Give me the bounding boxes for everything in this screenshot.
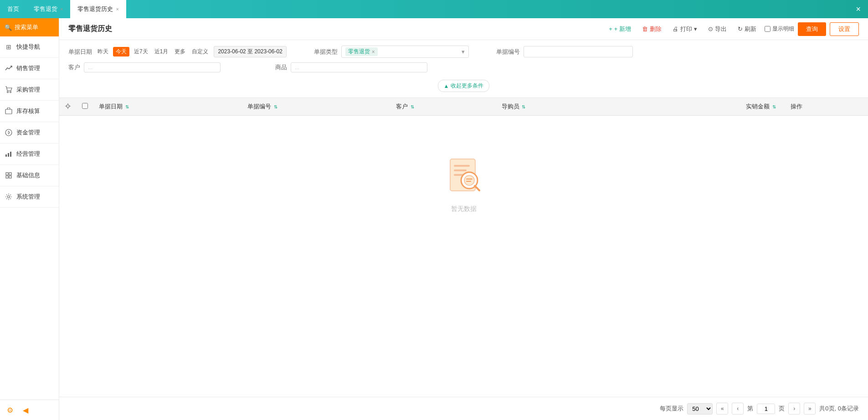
doc-type-select[interactable]: 零售退货 × ▾ xyxy=(341,46,469,58)
select-all-checkbox[interactable] xyxy=(82,103,88,109)
th-doc-number[interactable]: 单据编号 ⇅ xyxy=(242,98,390,116)
purchase-icon xyxy=(5,86,13,94)
system-icon xyxy=(5,193,13,201)
empty-state: 暂无数据 xyxy=(59,116,868,250)
th-action-label: 操作 xyxy=(791,103,802,110)
show-detail-label[interactable]: 显示明细 xyxy=(765,25,794,33)
sidebar-item-purchase[interactable]: 采购管理 xyxy=(0,79,59,101)
data-table: 单据日期 ⇅ 单据编号 ⇅ 客户 ⇅ xyxy=(59,98,868,116)
tab-retail-return-close[interactable]: × xyxy=(60,6,63,12)
svg-point-0 xyxy=(7,92,9,93)
doc-type-dropdown-arrow: ▾ xyxy=(462,48,465,55)
total-label: 共0页, 0条记录 xyxy=(819,405,859,413)
page-title: 零售退货历史 xyxy=(68,24,112,34)
doc-number-input[interactable] xyxy=(524,46,633,57)
doc-type-tag-close[interactable]: × xyxy=(372,49,375,55)
svg-point-11 xyxy=(8,196,10,198)
sales-icon xyxy=(5,64,13,72)
sidebar-item-operations[interactable]: 经营管理 xyxy=(0,143,59,165)
svg-rect-4 xyxy=(5,154,7,157)
tab-home[interactable]: 首页 xyxy=(0,0,26,18)
next-page-button[interactable]: › xyxy=(788,403,800,415)
date-opt-today[interactable]: 今天 xyxy=(113,47,129,56)
th-customer-sort: ⇅ xyxy=(411,104,414,109)
empty-icon xyxy=(441,152,487,198)
table-header-row: 单据日期 ⇅ 单据编号 ⇅ 客户 ⇅ xyxy=(59,98,868,116)
tab-retail-return[interactable]: 零售退货 × xyxy=(26,0,70,18)
table-settings-icon xyxy=(65,104,71,111)
date-opt-custom[interactable]: 自定义 xyxy=(190,47,210,56)
sidebar-item-quick-nav[interactable]: ⊞ 快捷导航 xyxy=(0,36,59,58)
th-date[interactable]: 单据日期 ⇅ xyxy=(93,98,242,116)
show-detail-text: 显示明细 xyxy=(772,25,794,33)
page-number-input[interactable] xyxy=(757,404,775,414)
svg-rect-5 xyxy=(8,153,9,157)
svg-rect-2 xyxy=(5,109,12,114)
delete-label: 删除 xyxy=(650,25,662,33)
settings-bottom-icon[interactable]: ⚙ xyxy=(5,405,15,415)
th-guide-label: 导购员 xyxy=(502,103,519,110)
collapse-filter-button[interactable]: ▲ 收起更多条件 xyxy=(438,80,490,92)
date-opt-7days[interactable]: 近7天 xyxy=(132,47,150,56)
th-amount[interactable]: 实销金额 ⇅ xyxy=(623,98,785,116)
sidebar-item-finance-label: 资金管理 xyxy=(16,128,40,137)
date-opt-yesterday[interactable]: 昨天 xyxy=(96,47,110,56)
sidebar-item-sales[interactable]: 销售管理 xyxy=(0,58,59,79)
svg-point-18 xyxy=(464,175,474,185)
show-detail-checkbox[interactable] xyxy=(765,26,770,32)
goods-select[interactable]: ... xyxy=(291,62,427,72)
refresh-icon: ↻ xyxy=(738,26,743,32)
print-button[interactable]: 🖨 打印 ▾ xyxy=(670,23,700,35)
th-amount-sort: ⇅ xyxy=(772,104,776,109)
export-label: 导出 xyxy=(715,25,727,33)
sidebar-item-finance[interactable]: 资金管理 xyxy=(0,122,59,143)
table-checkbox-col[interactable] xyxy=(77,98,93,116)
content-area: 零售退货历史 + + 新增 🗑 删除 🖨 打印 ▾ xyxy=(59,18,868,420)
inventory-icon xyxy=(5,107,13,115)
date-opt-more[interactable]: 更多 xyxy=(173,47,187,56)
refresh-label: 刷新 xyxy=(745,25,756,33)
settings-button[interactable]: 设置 xyxy=(830,22,859,36)
date-range-display[interactable]: 2023-06-02 至 2023-06-02 xyxy=(214,46,286,57)
first-page-button[interactable]: « xyxy=(716,403,728,415)
export-button[interactable]: ⊙ 导出 xyxy=(705,23,729,35)
doc-number-label: 单据编号 xyxy=(496,48,520,56)
doc-number-filter-item: 单据编号 xyxy=(496,46,633,57)
prev-page-button[interactable]: ‹ xyxy=(732,403,744,415)
query-button[interactable]: 查询 xyxy=(798,22,826,36)
tab-retail-return-history-close[interactable]: × xyxy=(116,6,118,12)
sidebar-item-system[interactable]: 系统管理 xyxy=(0,186,59,208)
delete-button[interactable]: 🗑 删除 xyxy=(639,23,664,35)
customer-select[interactable]: ... xyxy=(84,62,221,72)
goods-placeholder: ... xyxy=(295,64,299,71)
delete-icon: 🗑 xyxy=(642,26,648,32)
collapse-sidebar-icon[interactable]: ◀ xyxy=(20,405,31,415)
pagination-bar: 每页显示 50 100 200 « ‹ 第 页 › » 共0页, 0条记录 xyxy=(59,397,868,420)
sidebar-search[interactable]: 🔍 搜索菜单 xyxy=(0,18,59,36)
last-page-button[interactable]: » xyxy=(804,403,816,415)
window-close-button[interactable]: × xyxy=(848,5,868,14)
date-opt-1month[interactable]: 近1月 xyxy=(153,47,170,56)
table-settings-col[interactable] xyxy=(59,98,77,116)
table-section: 单据日期 ⇅ 单据编号 ⇅ 客户 ⇅ xyxy=(59,98,868,397)
date-filter-item: 单据日期 昨天 今天 近7天 近1月 更多 自定义 2023-06-02 至 2… xyxy=(68,46,287,57)
th-action: 操作 xyxy=(785,98,868,116)
tab-retail-return-history-label: 零售退货历史 xyxy=(77,5,113,13)
toolbar-actions: + + 新增 🗑 删除 🖨 打印 ▾ ⊙ 导出 xyxy=(606,23,794,35)
sidebar-item-purchase-label: 采购管理 xyxy=(16,86,40,94)
sidebar-item-basic-info[interactable]: 基础信息 xyxy=(0,165,59,186)
tab-home-label: 首页 xyxy=(7,5,19,13)
page-size-select[interactable]: 50 100 200 xyxy=(687,403,713,415)
tab-retail-return-label: 零售退货 xyxy=(34,5,57,13)
svg-point-1 xyxy=(10,92,11,93)
th-guide[interactable]: 导购员 ⇅ xyxy=(496,98,623,116)
goods-filter-item: 商品 ... xyxy=(275,62,427,72)
refresh-button[interactable]: ↻ 刷新 xyxy=(735,23,759,35)
add-button[interactable]: + + 新增 xyxy=(606,23,634,35)
th-customer[interactable]: 客户 ⇅ xyxy=(390,98,496,116)
tab-retail-return-history[interactable]: 零售退货历史 × xyxy=(70,0,126,18)
svg-point-3 xyxy=(5,129,12,136)
add-label: + 新增 xyxy=(614,25,631,33)
th-doc-number-sort: ⇅ xyxy=(274,104,277,109)
sidebar-item-inventory[interactable]: 库存核算 xyxy=(0,101,59,122)
